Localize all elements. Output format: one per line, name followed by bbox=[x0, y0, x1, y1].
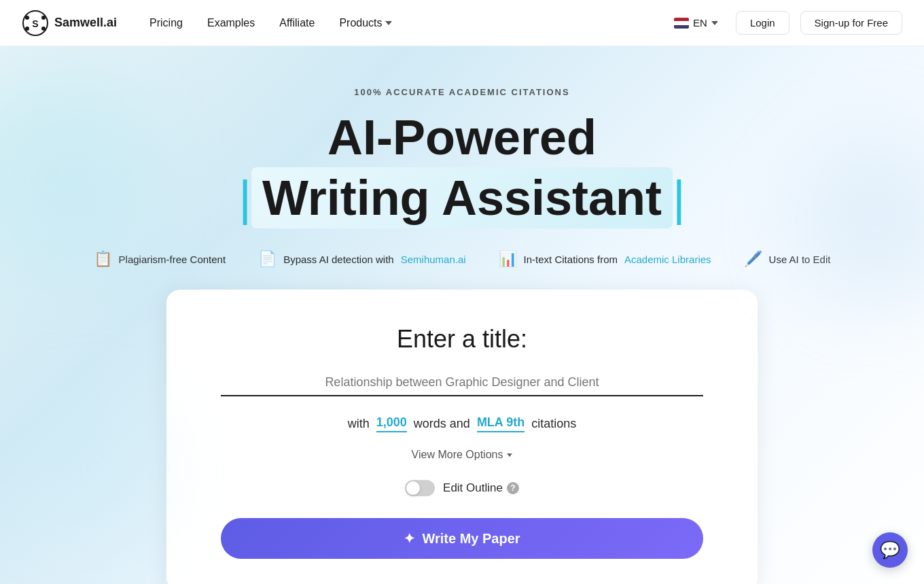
products-chevron-icon bbox=[385, 21, 392, 25]
language-selector[interactable]: EN bbox=[667, 13, 725, 33]
nav-examples[interactable]: Examples bbox=[207, 17, 255, 29]
view-more-options[interactable]: View More Options bbox=[221, 449, 703, 461]
feature-bypass-prefix: Bypass AI detection with bbox=[283, 254, 394, 265]
svg-point-5 bbox=[41, 27, 46, 31]
with-label: with bbox=[348, 417, 370, 431]
feature-plagiarism: 📋 Plagiarism-free Content bbox=[94, 250, 226, 268]
feature-edit-label: Use AI to Edit bbox=[769, 254, 831, 265]
words-label: words and bbox=[414, 417, 470, 431]
svg-point-3 bbox=[41, 16, 46, 20]
feature-plagiarism-label: Plagiarism-free Content bbox=[119, 254, 226, 265]
nav-pricing[interactable]: Pricing bbox=[149, 17, 183, 29]
hero-section: 100% ACCURATE ACADEMIC CITATIONS AI-Powe… bbox=[0, 46, 924, 228]
semihuman-link[interactable]: Semihuman.ai bbox=[401, 254, 466, 265]
feature-edit: 🖊️ Use AI to Edit bbox=[744, 250, 831, 268]
logo-text: Samwell.ai bbox=[54, 16, 117, 30]
help-icon[interactable]: ? bbox=[507, 482, 519, 494]
feature-citations-prefix: In-text Citations from bbox=[524, 254, 618, 265]
hero-title-line2: | Writing Assistant | bbox=[238, 167, 685, 228]
chat-bubble[interactable]: 💬 bbox=[872, 532, 908, 568]
write-star-icon: ✦ bbox=[404, 530, 415, 547]
view-more-label: View More Options bbox=[412, 449, 503, 461]
nav-products[interactable]: Products bbox=[339, 17, 391, 29]
svg-text:S: S bbox=[32, 18, 38, 29]
hero-writing-assistant: Writing Assistant bbox=[251, 167, 673, 228]
nav-right: EN Login Sign-up for Free bbox=[667, 11, 902, 35]
svg-point-4 bbox=[25, 27, 29, 31]
login-button[interactable]: Login bbox=[736, 11, 789, 35]
edit-outline-label: Edit Outline ? bbox=[443, 481, 519, 495]
outline-row: Edit Outline ? bbox=[221, 480, 703, 496]
write-paper-button[interactable]: ✦ Write My Paper bbox=[221, 518, 703, 559]
citations-label: citations bbox=[531, 417, 576, 431]
edit-icon: 🖊️ bbox=[744, 250, 762, 268]
signup-button[interactable]: Sign-up for Free bbox=[800, 11, 902, 35]
feature-bypass: 📄 Bypass AI detection with Semihuman.ai bbox=[258, 250, 465, 268]
hero-subtitle: 100% ACCURATE ACADEMIC CITATIONS bbox=[14, 87, 910, 97]
card-container: Enter a title: with 1,000 words and MLA … bbox=[0, 290, 924, 584]
svg-point-2 bbox=[25, 16, 29, 20]
chat-icon: 💬 bbox=[880, 540, 900, 560]
title-input-container bbox=[221, 375, 703, 396]
features-row: 📋 Plagiarism-free Content 📄 Bypass AI de… bbox=[0, 228, 924, 290]
toggle-thumb bbox=[406, 481, 420, 495]
title-input[interactable] bbox=[221, 375, 703, 390]
logo[interactable]: S Samwell.ai bbox=[22, 10, 117, 37]
bracket-right-icon: | bbox=[673, 173, 686, 222]
main-card: Enter a title: with 1,000 words and MLA … bbox=[166, 290, 758, 584]
options-row: with 1,000 words and MLA 9th citations bbox=[221, 415, 703, 432]
words-value[interactable]: 1,000 bbox=[376, 415, 407, 432]
bypass-icon: 📄 bbox=[258, 250, 277, 268]
citations-value[interactable]: MLA 9th bbox=[477, 415, 525, 432]
edit-outline-text: Edit Outline bbox=[443, 481, 503, 495]
nav-affiliate[interactable]: Affiliate bbox=[279, 17, 315, 29]
plagiarism-icon: 📋 bbox=[94, 250, 112, 268]
lang-label: EN bbox=[693, 17, 707, 29]
bracket-left-icon: | bbox=[238, 173, 251, 222]
view-more-chevron-icon bbox=[507, 453, 512, 457]
feature-citations: 📊 In-text Citations from Academic Librar… bbox=[499, 250, 711, 268]
edit-outline-toggle[interactable] bbox=[405, 480, 435, 496]
card-title: Enter a title: bbox=[221, 325, 703, 354]
hero-title-line1: AI-Powered bbox=[14, 111, 910, 165]
flag-icon bbox=[674, 18, 689, 29]
citations-icon: 📊 bbox=[499, 250, 517, 268]
logo-icon: S bbox=[22, 10, 49, 37]
navbar: S Samwell.ai Pricing Examples Affiliate … bbox=[0, 0, 924, 46]
lang-chevron-icon bbox=[711, 21, 718, 25]
nav-links: Pricing Examples Affiliate Products bbox=[149, 17, 667, 29]
write-paper-label: Write My Paper bbox=[422, 531, 520, 547]
academic-libraries-link[interactable]: Academic Libraries bbox=[624, 254, 711, 265]
